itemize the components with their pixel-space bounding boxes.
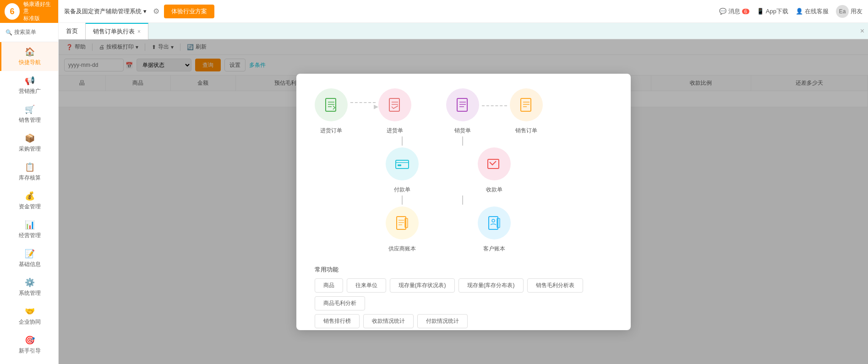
func-btn-product-profit[interactable]: 商品毛利分析 xyxy=(315,296,365,310)
sidebar-item-basic-info[interactable]: 📝 基础信息 xyxy=(0,244,58,273)
svg-rect-24 xyxy=(489,217,498,229)
svg-rect-0 xyxy=(326,98,336,111)
online-service-btn[interactable]: 👤 在线客服 xyxy=(796,7,829,16)
mobile-icon: 📱 xyxy=(757,8,764,15)
sidebar-item-enterprise[interactable]: 🤝 企业协同 xyxy=(0,302,58,331)
common-functions-section: 常用功能 商品 往来单位 现存量(库存状况表) 现存量(库存分布表) 销售毛利分… xyxy=(315,266,612,328)
supplier-ledger-circle xyxy=(386,206,419,239)
avatar: Ea xyxy=(836,5,849,18)
svg-rect-10 xyxy=(397,217,406,229)
svg-rect-19 xyxy=(521,98,531,111)
sidebar-item-sales[interactable]: 🛒 销售管理 xyxy=(0,100,58,129)
svg-rect-9 xyxy=(398,164,401,166)
purchase-order-label: 进货订单 xyxy=(320,127,342,135)
func-btn-partner[interactable]: 往来单位 xyxy=(347,278,386,293)
purchase-bill-circle xyxy=(378,88,411,121)
common-functions-title: 常用功能 xyxy=(315,266,612,274)
service-icon: 👤 xyxy=(796,8,803,15)
flow-popup: 进货订单 ▶ xyxy=(296,74,631,330)
flow-node-sales-order[interactable]: 销售订单 xyxy=(510,88,543,135)
popup-inner: 进货订单 ▶ xyxy=(296,74,631,330)
sidebar-item-finance[interactable]: 💰 资金管理 xyxy=(0,186,58,215)
sidebar: 6 畅康通好生意 标准版 🔍 搜索菜单 🏠 快捷导航 📢 营销推广 🛒 xyxy=(0,0,59,364)
system-title: 装备及固定资产辅助管理系统 xyxy=(64,7,142,16)
sidebar-item-purchase[interactable]: 📦 采购管理 xyxy=(0,129,58,158)
flow-node-customer-ledger[interactable]: 客户账本 xyxy=(446,206,543,253)
logo-area: 6 畅康通好生意 标准版 xyxy=(0,0,58,23)
search-icon: 🔍 xyxy=(5,29,12,36)
main-area: 装备及固定资产辅助管理系统 ▾ ⚙ 体验行业方案 💬 消息 6 📱 App下载 … xyxy=(59,0,868,364)
home-icon: 🏠 xyxy=(25,47,35,57)
sales-bill-circle xyxy=(446,88,479,121)
svg-point-26 xyxy=(492,219,495,222)
flow-node-purchase-bill[interactable]: 进货单 xyxy=(378,88,411,135)
message-btn[interactable]: 💬 消息 6 xyxy=(719,7,749,16)
func-buttons-row-2: 销售排行榜 收款情况统计 付款情况统计 xyxy=(315,314,612,328)
search-menu-button[interactable]: 🔍 搜索菜单 xyxy=(4,27,55,38)
sidebar-item-system[interactable]: ⚙️ 系统管理 xyxy=(0,273,58,302)
system-title-dropdown[interactable]: 装备及固定资产辅助管理系统 ▾ xyxy=(64,7,147,16)
inventory-icon: 📋 xyxy=(25,162,35,172)
search-area[interactable]: 🔍 搜索菜单 xyxy=(0,23,58,42)
tabbar: 首页 销售订单执行表 × × xyxy=(59,23,868,39)
tab-home[interactable]: 首页 xyxy=(59,23,86,39)
sidebar-item-guide[interactable]: 🎯 新手引导 xyxy=(0,331,58,359)
customer-ledger-label: 客户账本 xyxy=(483,245,505,253)
sidebar-item-inventory[interactable]: 📋 库存核算 xyxy=(0,158,58,186)
func-btn-sales-profit[interactable]: 销售毛利分析表 xyxy=(527,278,583,293)
experience-btn[interactable]: 体验行业方案 xyxy=(164,5,214,18)
sidebar-item-quick-nav[interactable]: 🏠 快捷导航 xyxy=(0,42,58,71)
app-download-btn[interactable]: 📱 App下载 xyxy=(757,7,788,16)
operations-icon: 📊 xyxy=(25,220,35,230)
flow-node-receipt-bill[interactable]: 收款单 xyxy=(446,147,543,194)
purchase-icon: 📦 xyxy=(25,133,35,143)
topbar-right: 💬 消息 6 📱 App下载 👤 在线客服 Ea 用友 xyxy=(719,5,863,18)
system-icon: ⚙️ xyxy=(25,277,35,288)
sidebar-menu: 🏠 快捷导航 📢 营销推广 🛒 销售管理 📦 采购管理 📋 库存核算 💰 xyxy=(0,42,58,364)
purchase-bill-label: 进货单 xyxy=(387,127,403,135)
sales-bill-label: 销货单 xyxy=(454,127,471,135)
settings-icon[interactable]: ⚙ xyxy=(153,7,159,16)
guide-icon: 🎯 xyxy=(25,335,35,345)
logo-text: 畅康通好生意 标准版 xyxy=(23,1,54,22)
topbar: 装备及固定资产辅助管理系统 ▾ ⚙ 体验行业方案 💬 消息 6 📱 App下载 … xyxy=(59,0,868,23)
user-avatar-area[interactable]: Ea 用友 xyxy=(836,5,863,18)
func-buttons-row-1: 商品 往来单位 现存量(库存状况表) 现存量(库存分布表) 销售毛利分析表 商品… xyxy=(315,278,612,310)
logo-icon: 6 xyxy=(5,3,20,20)
finance-icon: 💰 xyxy=(25,191,35,201)
tab-close-main-icon[interactable]: × xyxy=(860,27,864,35)
payment-bill-label: 付款单 xyxy=(394,186,410,194)
flow-overlay[interactable]: 进货订单 ▶ xyxy=(59,39,868,364)
func-btn-payment-stats[interactable]: 付款情况统计 xyxy=(417,314,468,328)
tab-close-icon[interactable]: × xyxy=(137,28,141,35)
func-btn-receipt-stats[interactable]: 收款情况统计 xyxy=(363,314,414,328)
flow-node-supplier-ledger[interactable]: 供应商账本 xyxy=(386,206,419,253)
func-btn-product[interactable]: 商品 xyxy=(315,278,343,293)
sidebar-item-marketing[interactable]: 📢 营销推广 xyxy=(0,71,58,100)
sidebar-item-operations[interactable]: 📊 经营管理 xyxy=(0,215,58,244)
receipt-bill-circle xyxy=(478,147,511,180)
sales-order-label: 销售订单 xyxy=(515,127,537,135)
func-btn-sales-rank[interactable]: 销售排行榜 xyxy=(315,314,360,328)
supplier-ledger-label: 供应商账本 xyxy=(388,245,416,253)
flow-node-sales-bill[interactable]: 销货单 xyxy=(446,88,479,135)
tab-sales-order[interactable]: 销售订单执行表 × xyxy=(86,23,148,39)
flow-node-purchase-order[interactable]: 进货订单 xyxy=(315,88,348,135)
flow-node-payment-bill[interactable]: 付款单 xyxy=(386,147,419,194)
svg-rect-15 xyxy=(457,98,467,111)
func-btn-stock-status[interactable]: 现存量(库存状况表) xyxy=(390,278,455,293)
receipt-bill-label: 收款单 xyxy=(486,186,502,194)
flow-diagram: 进货订单 ▶ xyxy=(315,88,612,253)
purchase-order-circle xyxy=(315,88,348,121)
sales-order-circle xyxy=(510,88,543,121)
basic-info-icon: 📝 xyxy=(25,249,35,259)
svg-rect-7 xyxy=(396,160,409,168)
message-icon: 💬 xyxy=(719,8,726,15)
enterprise-icon: 🤝 xyxy=(25,306,35,316)
payment-bill-circle xyxy=(386,147,419,180)
func-btn-stock-distribution[interactable]: 现存量(库存分布表) xyxy=(459,278,524,293)
sales-icon: 🛒 xyxy=(25,104,35,114)
customer-ledger-circle xyxy=(478,206,511,239)
svg-rect-4 xyxy=(389,98,399,111)
message-badge: 6 xyxy=(742,9,749,14)
